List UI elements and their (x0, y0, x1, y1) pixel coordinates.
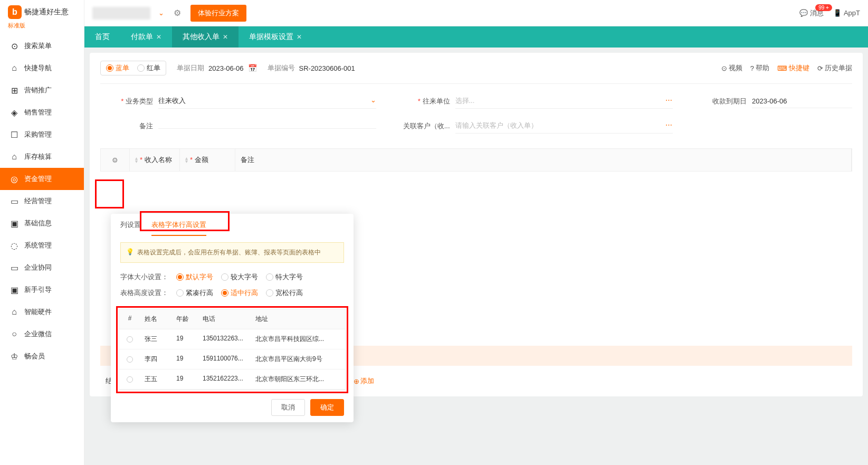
font-default[interactable]: 默认字号 (176, 272, 213, 282)
gear-icon[interactable]: ⚙ (169, 8, 185, 18)
sidebar-item-1[interactable]: ⌂快捷导航 (0, 57, 84, 79)
ok-button[interactable]: 确定 (310, 399, 344, 416)
menu-icon: ▣ (9, 285, 19, 295)
row-height-setting: 表格高度设置： 紧凑行高 适中行高 宽松行高 (120, 285, 344, 301)
add-settlement-button[interactable]: ⊕ 添加 (354, 376, 374, 386)
tab-0[interactable]: 首页 (84, 26, 120, 48)
plus-icon: ⊕ (354, 377, 359, 385)
menu-icon: ⌂ (9, 63, 19, 73)
col-remark[interactable]: 备注 (235, 149, 852, 171)
preview-col-phone: 电话 (198, 309, 251, 329)
tab-1[interactable]: 付款单✕ (120, 26, 172, 48)
col-income-name[interactable]: ▴▾收入名称 (130, 149, 180, 171)
table-settings-popup: 列设置 表格字体行高设置 💡表格设置完成后，会应用在所有单据、账簿、报表等页面的… (111, 214, 354, 422)
more-icon[interactable]: ⋯ (665, 121, 673, 129)
radio-red[interactable]: 红单 (137, 63, 160, 73)
close-icon[interactable]: ✕ (223, 33, 228, 41)
sidebar-item-13[interactable]: ○企业微信 (0, 323, 84, 345)
cancel-button[interactable]: 取消 (271, 399, 305, 416)
font-large[interactable]: 较大字号 (221, 272, 258, 282)
font-size-setting: 字体大小设置： 默认字号 较大字号 特大字号 (120, 269, 344, 285)
radio-icon[interactable] (127, 336, 133, 343)
sidebar-item-12[interactable]: ⌂智能硬件 (0, 301, 84, 323)
popup-tab-columns[interactable]: 列设置 (120, 220, 141, 236)
radio-icon[interactable] (127, 376, 133, 383)
partner-label: 往来单位 (397, 97, 450, 106)
preview-row: 李四 19 1591100076... 北京市昌平区南大街9号 (119, 349, 345, 369)
menu-icon: ☐ (9, 130, 19, 139)
side-menu: ⊙搜索菜单⌂快捷导航⊞营销推广◈销售管理☐采购管理⌂库存核算◎资金管理▭经营管理… (0, 35, 84, 367)
sidebar-item-14[interactable]: ♔畅会员 (0, 345, 84, 367)
close-icon[interactable]: ✕ (156, 33, 161, 41)
radio-icon[interactable] (127, 356, 133, 363)
biztype-input[interactable]: 往来收入⌄ (158, 93, 376, 109)
row-medium[interactable]: 适中行高 (221, 288, 258, 298)
popup-tab-font-row[interactable]: 表格字体行高设置 (151, 220, 206, 236)
sidebar-item-7[interactable]: ▭经营管理 (0, 190, 84, 212)
sidebar-item-5[interactable]: ⌂库存核算 (0, 146, 84, 168)
relcust-label: 关联客户（收... (397, 121, 450, 131)
sidebar-item-0[interactable]: ⊙搜索菜单 (0, 35, 84, 57)
experience-plan-button[interactable]: 体验行业方案 (190, 5, 246, 22)
sidebar-item-8[interactable]: ▣基础信息 (0, 212, 84, 234)
top-header: ⌄ ⚙ 体验行业方案 💬 消息 99 + 📱 AppT (84, 0, 868, 26)
help-link[interactable]: ?帮助 (750, 63, 769, 73)
menu-icon: ⌂ (9, 152, 19, 162)
duedate-label: 收款到期日 (694, 97, 747, 106)
menu-icon: ○ (9, 329, 19, 339)
preview-col-select: # (119, 309, 140, 329)
menu-icon: ▭ (9, 196, 19, 206)
sidebar-item-9[interactable]: ◌系统管理 (0, 234, 84, 257)
remark-input[interactable] (158, 123, 376, 129)
preview-col-addr: 地址 (251, 309, 345, 329)
relcust-input[interactable]: 请输入关联客户（收入单）⋯ (455, 118, 673, 134)
video-link[interactable]: ⊙视频 (721, 63, 742, 73)
table-header: ⚙ ▴▾收入名称 ▴▾金额 备注 (100, 148, 852, 172)
tab-2[interactable]: 其他收入单✕ (172, 26, 239, 48)
preview-table: # 姓名 年龄 电话 地址 张三 19 1350132263... 北京市昌平科… (119, 309, 346, 390)
app-link[interactable]: 📱 AppT (833, 9, 860, 17)
sidebar-item-2[interactable]: ⊞营销推广 (0, 79, 84, 101)
table-settings-gear[interactable]: ⚙ (101, 149, 130, 171)
help-icon: ? (750, 64, 754, 72)
chevron-down-icon[interactable]: ⌄ (158, 9, 164, 17)
doc-date-field[interactable]: 单据日期 2023-06-06 📅 (177, 63, 257, 73)
highlight-gear (95, 179, 124, 208)
shortcut-link[interactable]: ⌨快捷键 (777, 63, 809, 73)
preview-row: 王五 19 1352162223... 北京市朝阳区东三环北... (119, 369, 345, 390)
menu-icon: ⊞ (9, 86, 19, 95)
brand-edition: 标准版 (0, 22, 84, 30)
menu-icon: ⌂ (9, 307, 19, 317)
tab-3[interactable]: 单据模板设置✕ (239, 26, 312, 48)
org-name-blurred (92, 7, 150, 20)
sidebar: b 畅捷通好生意 标准版 ⊙搜索菜单⌂快捷导航⊞营销推广◈销售管理☐采购管理⌂库… (0, 0, 84, 465)
font-xlarge[interactable]: 特大字号 (266, 272, 303, 282)
history-link[interactable]: ⟳历史单据 (817, 63, 852, 73)
partner-input[interactable]: 选择...⋯ (455, 93, 673, 109)
preview-row: 张三 19 1350132263... 北京市昌平科技园区综... (119, 329, 345, 349)
sidebar-item-4[interactable]: ☐采购管理 (0, 124, 84, 146)
calendar-icon[interactable]: 📅 (248, 64, 257, 72)
remark-label: 备注 (100, 121, 153, 131)
message-link[interactable]: 💬 消息 99 + (799, 8, 824, 18)
sidebar-item-6[interactable]: ◎资金管理 (0, 168, 84, 190)
play-icon: ⊙ (721, 64, 727, 72)
more-icon[interactable]: ⋯ (665, 96, 673, 104)
history-icon: ⟳ (817, 64, 823, 72)
menu-icon: ▣ (9, 219, 19, 228)
duedate-input[interactable]: 2023-06-06 (752, 94, 852, 108)
doc-type-radio[interactable]: 蓝单 红单 (100, 61, 166, 75)
close-icon[interactable]: ✕ (297, 33, 302, 41)
sidebar-item-10[interactable]: ▭企业协同 (0, 257, 84, 279)
sidebar-item-3[interactable]: ◈销售管理 (0, 101, 84, 124)
preview-col-age: 年龄 (172, 309, 198, 329)
doc-number-field: 单据编号 SR-20230606-001 (268, 63, 355, 73)
menu-icon: ▭ (9, 263, 19, 272)
radio-blue[interactable]: 蓝单 (106, 63, 129, 73)
row-compact[interactable]: 紧凑行高 (176, 288, 213, 298)
col-amount[interactable]: ▴▾金额 (180, 149, 235, 171)
sidebar-item-11[interactable]: ▣新手引导 (0, 279, 84, 301)
row-loose[interactable]: 宽松行高 (266, 288, 303, 298)
menu-icon: ♔ (9, 352, 19, 361)
logo-text: 畅捷通好生意 (24, 7, 69, 17)
